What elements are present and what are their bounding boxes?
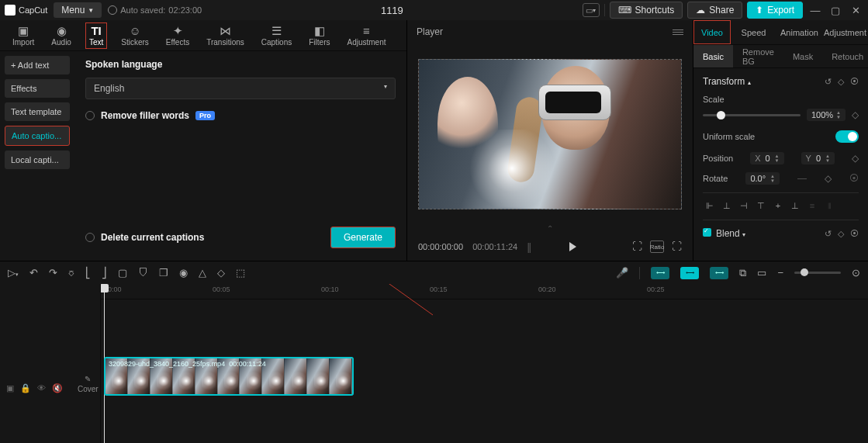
tab-video[interactable]: Video — [693, 20, 731, 44]
sidebar-item-add-text[interactable]: + Add text — [5, 56, 70, 74]
more-icon[interactable]: ⦿ — [850, 77, 859, 87]
zoom-out-icon[interactable]: − — [777, 267, 783, 279]
menu-button[interactable]: Menu ▼ — [54, 2, 102, 18]
rotate-input[interactable]: 0.0° ▲▼ — [745, 172, 780, 185]
more-icon[interactable]: ⦿ — [849, 173, 859, 184]
tab-adjustment[interactable]: ≡Adjustment — [344, 23, 389, 48]
subtab-remove-bg[interactable]: Remove BG — [733, 45, 783, 67]
shortcuts-button[interactable]: ⌨ Shortcuts — [610, 2, 683, 19]
close-button[interactable]: ✕ — [848, 2, 863, 18]
snap-pill-2[interactable]: ⟷ — [680, 267, 699, 279]
tab-filters[interactable]: ◧Filters — [306, 23, 333, 48]
select-tool-icon[interactable]: ▷▾ — [8, 267, 19, 279]
export-button[interactable]: ⬆ Export — [747, 2, 803, 19]
prev-frame-icon[interactable]: ‖ — [527, 241, 532, 253]
delete-captions-row[interactable]: Delete current captions — [85, 232, 204, 243]
zoom-fit-icon[interactable]: ⊙ — [852, 267, 860, 279]
align-hcenter-icon[interactable]: ⊥ — [720, 199, 734, 212]
stepper-icon[interactable]: ▲▼ — [770, 174, 775, 183]
align-bottom-icon[interactable]: ⊥ — [788, 199, 802, 212]
delete-left-icon[interactable]: ⎣ — [85, 267, 91, 279]
delete-icon[interactable]: ▢ — [118, 267, 127, 279]
subtab-basic[interactable]: Basic — [693, 45, 733, 67]
keyframe-icon[interactable]: ◇ — [838, 229, 844, 239]
reset-icon[interactable]: ↺ — [825, 77, 832, 87]
tab-stickers[interactable]: ☺Stickers — [118, 23, 152, 48]
crop-icon[interactable]: ⛶ — [632, 241, 642, 253]
player-menu-icon[interactable] — [673, 29, 683, 35]
subtab-retouch[interactable]: Retouch — [822, 45, 868, 67]
ratio-button[interactable]: Ratio — [650, 241, 664, 253]
delete-right-icon[interactable]: ⎦ — [102, 267, 107, 279]
crop-tool-icon[interactable]: ⬚ — [236, 267, 245, 279]
generate-button[interactable]: Generate — [330, 227, 396, 248]
mute-icon[interactable]: 🔇 — [52, 383, 63, 393]
snap-pill-1[interactable]: ⟷ — [651, 267, 669, 279]
scale-slider[interactable] — [703, 114, 801, 116]
stepper-icon[interactable]: ▲▼ — [836, 110, 841, 119]
mic-icon[interactable]: 🎤 — [616, 267, 628, 279]
distribute-h-icon[interactable]: ≡ — [805, 199, 819, 212]
tab-audio[interactable]: ◉Audio — [48, 23, 74, 48]
undo-icon[interactable]: ↶ — [29, 267, 38, 279]
stepper-icon[interactable]: ▲▼ — [775, 154, 780, 163]
play-button[interactable] — [569, 242, 576, 251]
tab-adjustment2[interactable]: Adjustment — [822, 20, 868, 44]
copy-icon[interactable]: ❐ — [159, 267, 168, 279]
tab-captions[interactable]: ☰Captions — [258, 23, 295, 48]
tab-import[interactable]: ▣Import — [9, 23, 37, 48]
video-clip[interactable]: 3209829-uhd_3840_2160_25fps.mp4 00:00:11… — [104, 357, 354, 396]
shield-icon[interactable]: ⛉ — [138, 267, 148, 279]
redo-icon[interactable]: ↷ — [49, 267, 57, 279]
sidebar-item-auto-captions[interactable]: Auto captio... — [5, 126, 70, 146]
position-x-input[interactable]: X 0 ▲▼ — [750, 152, 783, 164]
align-right-icon[interactable]: ⊣ — [737, 199, 751, 212]
share-button[interactable]: ☁ Share — [687, 2, 742, 19]
maximize-button[interactable]: ▢ — [828, 2, 843, 18]
distribute-v-icon[interactable]: ⦀ — [822, 199, 836, 212]
scale-value-box[interactable]: 100% ▲▼ — [807, 109, 846, 121]
fullscreen-icon[interactable]: ⛶ — [672, 241, 682, 253]
tab-text[interactable]: TIText — [85, 22, 107, 49]
sidebar-item-local-captions[interactable]: Local capti... — [5, 151, 70, 169]
rotate-icon[interactable]: ◇ — [217, 267, 225, 279]
align-left-icon[interactable]: ⊩ — [703, 199, 717, 212]
layout-button[interactable]: ▭▾ — [583, 3, 600, 17]
subtab-mask[interactable]: Mask — [783, 45, 822, 67]
keyframe-icon[interactable]: ◇ — [852, 153, 859, 164]
stepper-icon[interactable]: ▲▼ — [825, 154, 830, 163]
lock-icon[interactable]: 🔒 — [20, 383, 31, 393]
tab-effects[interactable]: ✦Effects — [163, 23, 192, 48]
keyframe-icon[interactable]: ◇ — [838, 77, 844, 87]
split-icon[interactable]: ⎏ — [68, 267, 74, 279]
uniform-scale-toggle[interactable] — [835, 130, 859, 143]
video-preview[interactable] — [418, 59, 682, 209]
eye-icon[interactable]: 👁 — [37, 383, 46, 393]
remove-filler-row[interactable]: Remove filler words Pro — [85, 110, 396, 121]
keyframe-icon[interactable]: ◇ — [852, 109, 859, 120]
more-icon[interactable]: ⦿ — [850, 229, 859, 239]
sidebar-item-text-template[interactable]: Text template — [5, 102, 70, 121]
snap-pill-3[interactable]: ⟷ — [710, 267, 728, 279]
tab-speed[interactable]: Speed — [731, 20, 776, 44]
drag-handle-icon[interactable]: ⌃ — [407, 224, 693, 233]
zoom-slider[interactable] — [794, 272, 841, 274]
reset-icon[interactable]: ↺ — [825, 229, 832, 239]
tab-animation[interactable]: Animation — [776, 20, 822, 44]
timeline-main[interactable]: 00:00 00:05 00:10 00:15 00:20 00:25 3209… — [101, 284, 868, 443]
layer-icon[interactable]: ▣ — [6, 383, 14, 393]
language-select[interactable]: English ▾ — [85, 78, 396, 99]
keyframe-icon[interactable]: ◇ — [825, 173, 832, 184]
align-vcenter-icon[interactable]: + — [771, 199, 785, 212]
player-viewport[interactable] — [407, 43, 693, 224]
timeline-ruler[interactable]: 00:00 00:05 00:10 00:15 00:20 00:25 — [101, 284, 868, 299]
transform-section-header[interactable]: Transform ▴ ↺ ◇ ⦿ — [703, 76, 859, 87]
warning-icon[interactable]: △ — [199, 267, 206, 279]
tab-transitions[interactable]: ⋈Transitions — [203, 23, 247, 48]
record-icon[interactable]: ◉ — [179, 267, 188, 279]
minimize-button[interactable]: — — [807, 2, 823, 18]
align-top-icon[interactable]: ⊤ — [754, 199, 768, 212]
magnet-icon[interactable]: ⧉ — [739, 267, 746, 279]
cover-button[interactable]: ✎ Cover — [78, 375, 99, 393]
position-y-input[interactable]: Y 0 ▲▼ — [801, 152, 835, 164]
